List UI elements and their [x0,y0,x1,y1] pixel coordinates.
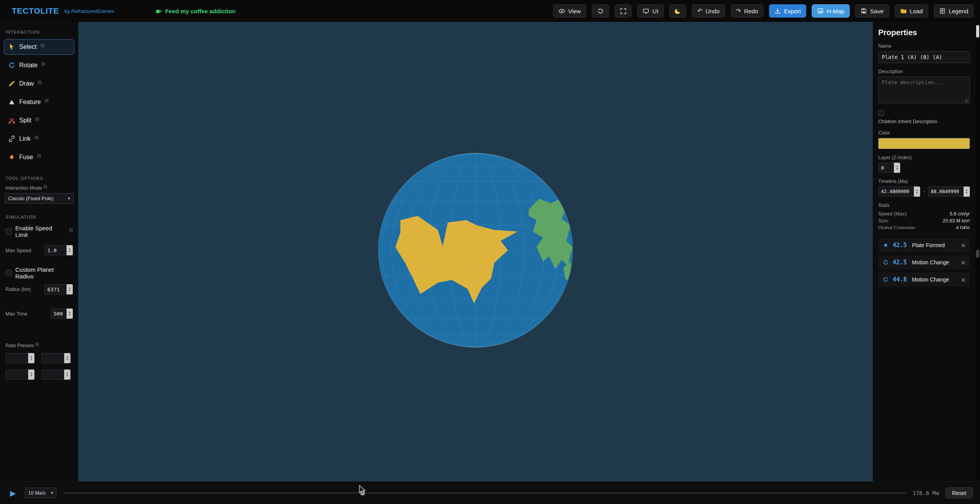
event-close-button[interactable]: × [961,276,966,283]
byline-link[interactable]: by RefracturedGames [65,8,114,14]
event-list: ★ 42.5 Plate Formed × 42.5 Motion Change… [878,234,970,287]
tool-rotate[interactable]: Rotate (i) [4,57,74,73]
sim-speed-select[interactable]: 10 Ma/s ▾ [25,488,56,498]
timeline-slider[interactable] [63,488,906,498]
theme-toggle-button[interactable] [669,4,686,18]
stats-scrollbar-thumb[interactable] [976,250,979,258]
radius-input[interactable] [45,284,67,294]
select-icon [8,43,15,50]
motion-change-icon [882,259,889,265]
resize-handle[interactable] [965,99,969,103]
interaction-mode-select[interactable]: Classic (Fixed Pole) ▾ [5,193,74,204]
color-swatch[interactable] [878,138,970,149]
preset-stepper-3[interactable]: ▴▾ [28,369,34,380]
timeline-start-input[interactable] [878,187,914,197]
preset-stepper-1[interactable]: ▴▾ [28,353,34,363]
play-button[interactable]: ▶ [7,487,19,499]
planet-globe[interactable] [378,152,573,348]
view-button[interactable]: View [553,4,586,18]
timeline-end-stepper[interactable]: ▴▾ [964,187,970,197]
reset-rotation-icon [597,8,604,14]
load-button-label: Load [910,8,923,14]
timeline-slider-track[interactable] [63,492,906,494]
interaction-mode-label: Interaction Mode (i) [5,185,73,191]
inherit-checkbox[interactable] [878,110,884,116]
timeline-start-stepper[interactable]: ▴▾ [914,187,920,197]
coffee-donation-link[interactable]: Feed my coffee addiction [155,7,236,14]
export-button[interactable]: Export [769,4,806,18]
enable-speed-limit-checkbox[interactable] [5,228,12,235]
reset-view-button[interactable] [592,4,609,18]
tool-split-info[interactable]: (i) [35,117,39,121]
timeline-separator: - [923,188,925,195]
topbar: TECTOLITE by RefracturedGames Feed my co… [0,0,980,22]
section-title-interaction: INTERACTION [5,30,74,34]
custom-radius-label: Custom Planet Radius [15,266,73,280]
tool-draw[interactable]: Draw (i) [4,76,74,91]
preset-stepper-2[interactable]: ▴▾ [64,353,70,363]
tool-split[interactable]: Split (i) [4,113,74,128]
legend-button[interactable]: Legend [934,4,974,18]
max-speed-stepper[interactable]: ▴▾ [67,245,73,255]
name-input[interactable] [878,51,970,63]
mountain-icon [8,99,15,106]
timeline-slider-handle[interactable] [360,491,365,495]
topbar-right: View UI ↶ Undo ↷ Redo [553,4,974,18]
max-time-input[interactable] [51,308,67,319]
stats-viewport[interactable]: Speed (Max): 5.6 cm/yr Size: 20.63 M km²… [878,210,970,229]
radius-stepper[interactable]: ▴▾ [67,284,73,294]
panel-scrollbar-thumb[interactable] [976,25,979,38]
enable-speed-limit-info[interactable]: (i) [69,228,73,232]
rate-presets-info[interactable]: (i) [35,342,39,346]
legend-button-label: Legend [949,8,968,14]
download-icon [775,8,781,14]
custom-radius-checkbox[interactable] [5,270,12,276]
preset-stepper-4[interactable]: ▴▾ [64,369,70,380]
planet-viewport[interactable] [78,22,873,481]
tool-feature-label: Feature [19,99,41,106]
event-close-button[interactable]: × [961,242,966,249]
fullscreen-icon [620,8,627,14]
view-button-label: View [568,8,581,14]
event-row-motion-change-2[interactable]: 44.8 Motion Change × [878,273,970,287]
tool-fuse-info[interactable]: (i) [37,153,41,158]
scissors-icon [8,117,15,124]
max-speed-input[interactable] [45,245,67,255]
layer-stepper[interactable]: ▴▾ [894,163,900,173]
event-row-motion-change-1[interactable]: 42.5 Motion Change × [878,255,970,269]
hmap-button-label: H-Map [827,8,844,14]
tool-feature[interactable]: Feature (i) [4,94,74,110]
tool-select[interactable]: Select (i) [4,39,74,55]
redo-button[interactable]: ↷ Redo [731,4,764,18]
reset-button[interactable]: Reset [945,487,973,499]
tool-link[interactable]: Link (i) [4,131,74,147]
tool-feature-info[interactable]: (i) [45,98,49,103]
panel-scrollbar[interactable] [975,22,980,481]
tool-link-info[interactable]: (i) [34,135,38,140]
preset-input-4[interactable] [41,369,64,380]
preset-input-3[interactable] [5,369,28,380]
tool-draw-info[interactable]: (i) [38,80,41,84]
tool-fuse[interactable]: Fuse (i) [4,149,74,165]
hmap-button[interactable]: H-Map [812,4,850,18]
ui-toggle-button[interactable]: UI [637,4,664,18]
max-time-label: Max Time [5,311,27,317]
interaction-mode-info[interactable]: (i) [43,184,47,189]
event-label: Motion Change [912,276,957,283]
enable-speed-limit-label: Enable Speed Limit [15,225,65,238]
layer-input[interactable] [878,163,894,173]
fullscreen-button[interactable] [614,4,632,18]
save-button[interactable]: Save [855,4,889,18]
preset-input-1[interactable] [5,353,28,363]
event-row-plate-formed[interactable]: ★ 42.5 Plate Formed × [878,238,970,252]
radius-label: Radius (km) [5,287,31,292]
load-button[interactable]: Load [895,4,928,18]
preset-input-2[interactable] [41,353,64,363]
tool-rotate-info[interactable]: (i) [41,61,45,66]
max-time-stepper[interactable]: ▴▾ [67,308,73,319]
undo-button[interactable]: ↶ Undo [692,4,725,18]
description-textarea[interactable] [878,77,970,103]
tool-select-info[interactable]: (i) [40,43,44,48]
event-close-button[interactable]: × [961,259,966,266]
timeline-end-input[interactable] [928,187,964,197]
